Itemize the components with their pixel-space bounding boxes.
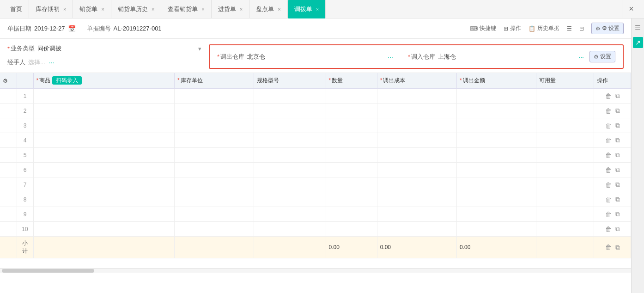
row-available-3[interactable] bbox=[536, 118, 594, 133]
sidebar-export-icon[interactable]: ↗ bbox=[633, 37, 643, 48]
biz-type-value-container[interactable]: 同价调拨 ▾ bbox=[37, 44, 201, 53]
copy-icon-4[interactable]: ⧉ bbox=[615, 136, 620, 144]
out-warehouse-value[interactable]: 北京仓 bbox=[247, 53, 384, 61]
tab-view-sales[interactable]: 查看销货单 × bbox=[161, 0, 211, 18]
col-header-settings[interactable]: ⚙ bbox=[0, 73, 17, 89]
row-cost-7[interactable] bbox=[377, 177, 456, 192]
handler-value[interactable]: 选择... ··· bbox=[28, 58, 201, 67]
row-amount-10[interactable] bbox=[456, 222, 536, 237]
row-available-8[interactable] bbox=[536, 192, 594, 207]
row-unit-3[interactable] bbox=[174, 118, 254, 133]
row-qty-10[interactable] bbox=[326, 222, 377, 237]
tab-sales-order[interactable]: 销货单 × bbox=[73, 0, 111, 18]
row-cost-10[interactable] bbox=[377, 222, 456, 237]
row-cost-1[interactable] bbox=[377, 89, 456, 104]
delete-icon-3[interactable]: 🗑 bbox=[605, 122, 612, 129]
history-button[interactable]: 📋 历史单据 bbox=[529, 24, 559, 32]
row-available-4[interactable] bbox=[536, 133, 594, 148]
delete-icon-1[interactable]: 🗑 bbox=[605, 92, 612, 100]
row-spec-10[interactable] bbox=[254, 222, 326, 237]
row-qty-6[interactable] bbox=[326, 163, 377, 177]
copy-icon-5[interactable]: ⧉ bbox=[615, 151, 620, 159]
delete-icon-9[interactable]: 🗑 bbox=[605, 211, 612, 218]
row-product-3[interactable] bbox=[33, 118, 174, 133]
row-qty-9[interactable] bbox=[326, 207, 377, 222]
row-qty-11[interactable]: 0.00 bbox=[326, 237, 377, 258]
row-amount-5[interactable] bbox=[456, 148, 536, 163]
row-available-6[interactable] bbox=[536, 163, 594, 177]
row-amount-8[interactable] bbox=[456, 192, 536, 207]
row-qty-3[interactable] bbox=[326, 118, 377, 133]
copy-icon-6[interactable]: ⧉ bbox=[615, 166, 620, 174]
delete-icon-4[interactable]: 🗑 bbox=[605, 137, 612, 144]
row-qty-8[interactable] bbox=[326, 192, 377, 207]
row-available-9[interactable] bbox=[536, 207, 594, 222]
row-available-1[interactable] bbox=[536, 89, 594, 104]
tab-inventory-init-close[interactable]: × bbox=[63, 6, 66, 12]
row-spec-9[interactable] bbox=[254, 207, 326, 222]
row-amount-2[interactable] bbox=[456, 104, 536, 118]
warehouse-settings-button[interactable]: ⚙ 设置 bbox=[589, 51, 615, 62]
row-amount-4[interactable] bbox=[456, 133, 536, 148]
sidebar-list-icon[interactable]: ☰ bbox=[633, 22, 643, 33]
handler-ellipsis-button[interactable]: ··· bbox=[49, 59, 55, 66]
row-available-2[interactable] bbox=[536, 104, 594, 118]
tab-transfer-close[interactable]: × bbox=[316, 6, 319, 12]
layout-grid-button[interactable]: ⊟ bbox=[579, 25, 584, 32]
row-available-5[interactable] bbox=[536, 148, 594, 163]
close-window-button[interactable]: × bbox=[622, 0, 640, 18]
row-spec-4[interactable] bbox=[254, 133, 326, 148]
row-product-1[interactable] bbox=[33, 89, 174, 104]
copy-icon-3[interactable]: ⧉ bbox=[615, 122, 620, 129]
in-warehouse-value[interactable]: 上海仓 bbox=[438, 53, 575, 61]
horizontal-scrollbar[interactable] bbox=[0, 268, 631, 273]
row-product-9[interactable] bbox=[33, 207, 174, 222]
row-product-2[interactable] bbox=[33, 104, 174, 118]
delete-icon-2[interactable]: 🗑 bbox=[605, 107, 612, 115]
tab-stocktake-close[interactable]: × bbox=[278, 6, 280, 12]
tab-purchase[interactable]: 进货单 × bbox=[212, 0, 249, 18]
row-product-6[interactable] bbox=[33, 163, 174, 177]
row-product-11[interactable] bbox=[33, 237, 174, 258]
row-unit-5[interactable] bbox=[174, 148, 254, 163]
row-spec-5[interactable] bbox=[254, 148, 326, 163]
tab-view-sales-close[interactable]: × bbox=[201, 6, 204, 12]
row-available-7[interactable] bbox=[536, 177, 594, 192]
row-spec-7[interactable] bbox=[254, 177, 326, 192]
row-product-8[interactable] bbox=[33, 192, 174, 207]
row-spec-11[interactable] bbox=[254, 237, 326, 258]
calendar-icon[interactable]: 📅 bbox=[68, 25, 76, 32]
row-cost-11[interactable]: 0.00 bbox=[377, 237, 456, 258]
row-spec-8[interactable] bbox=[254, 192, 326, 207]
row-product-10[interactable] bbox=[33, 222, 174, 237]
row-spec-6[interactable] bbox=[254, 163, 326, 177]
row-qty-4[interactable] bbox=[326, 133, 377, 148]
tab-sales-order-close[interactable]: × bbox=[101, 6, 104, 12]
in-warehouse-ellipsis-button[interactable]: ··· bbox=[578, 53, 584, 61]
row-cost-5[interactable] bbox=[377, 148, 456, 163]
row-unit-8[interactable] bbox=[174, 192, 254, 207]
biz-type-dropdown[interactable]: 同价调拨 ▾ bbox=[37, 44, 201, 53]
row-qty-1[interactable] bbox=[326, 89, 377, 104]
row-unit-4[interactable] bbox=[174, 133, 254, 148]
row-available-11[interactable] bbox=[536, 237, 594, 258]
delete-icon-11[interactable]: 🗑 bbox=[605, 244, 612, 251]
copy-icon-8[interactable]: ⧉ bbox=[615, 195, 620, 203]
row-cost-4[interactable] bbox=[377, 133, 456, 148]
out-warehouse-ellipsis-button[interactable]: ··· bbox=[388, 53, 393, 61]
delete-icon-10[interactable]: 🗑 bbox=[605, 226, 612, 233]
tab-purchase-close[interactable]: × bbox=[240, 6, 243, 12]
row-unit-7[interactable] bbox=[174, 177, 254, 192]
scan-button[interactable]: 扫码录入 bbox=[52, 76, 82, 85]
row-unit-6[interactable] bbox=[174, 163, 254, 177]
row-product-5[interactable] bbox=[33, 148, 174, 163]
row-cost-6[interactable] bbox=[377, 163, 456, 177]
row-amount-11[interactable]: 0.00 bbox=[456, 237, 536, 258]
row-unit-2[interactable] bbox=[174, 104, 254, 118]
row-unit-9[interactable] bbox=[174, 207, 254, 222]
shortcuts-button[interactable]: ⌨ 快捷键 bbox=[470, 24, 496, 32]
tab-sales-history[interactable]: 销货单历史 × bbox=[111, 0, 161, 18]
delete-icon-8[interactable]: 🗑 bbox=[605, 196, 612, 203]
tab-stocktake[interactable]: 盘点单 × bbox=[249, 0, 287, 18]
copy-icon-7[interactable]: ⧉ bbox=[615, 181, 620, 189]
